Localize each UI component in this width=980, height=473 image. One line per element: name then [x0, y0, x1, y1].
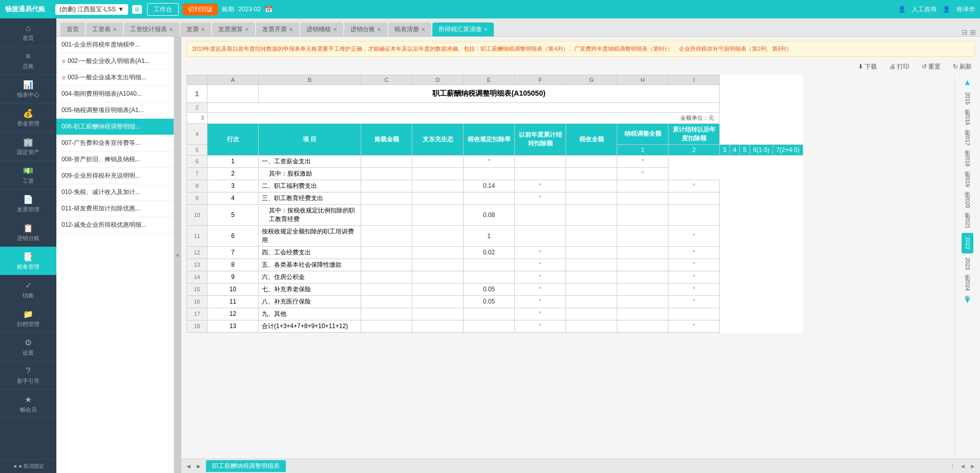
row-7-c2[interactable]	[412, 167, 464, 180]
sidebar-item-report[interactable]: 📊 报表中心	[0, 75, 56, 103]
year-down-btn[interactable]: ▼	[963, 295, 973, 306]
year-2024[interactable]: 2024年	[962, 274, 973, 295]
row-14-c1[interactable]	[361, 271, 412, 283]
row-15-c6[interactable]	[617, 283, 669, 295]
row-9-c2[interactable]	[412, 192, 464, 204]
year-2020[interactable]: 2020年	[962, 191, 973, 212]
tab-invoice-calc[interactable]: 发票测算 ✕	[212, 23, 255, 36]
tab-tax-clear[interactable]: 税表清册 ✕	[388, 23, 431, 36]
tab-income-tax-close[interactable]: ✕	[484, 27, 488, 32]
left-item-006[interactable]: 006-职工薪酬纳税调整明细...	[56, 119, 174, 135]
sidebar-item-invoice[interactable]: 📄 发票管理	[0, 189, 56, 218]
refresh-button[interactable]: ↻ 刷新	[950, 61, 975, 73]
left-item-003[interactable]: ⊘ 003-一般企业成本支出明细...	[56, 70, 174, 86]
row-13-c6[interactable]	[617, 259, 669, 271]
row-12-c1[interactable]	[361, 246, 412, 259]
left-item-010[interactable]: 010-免税、减计收入及加计...	[56, 184, 174, 201]
row-9-c6[interactable]	[617, 192, 669, 204]
sheet-scroll-right[interactable]: ►	[970, 463, 976, 470]
row-18-c2[interactable]	[412, 320, 464, 332]
download-button[interactable]: ⬇ 下载	[855, 61, 880, 73]
row-18-c1[interactable]	[361, 320, 412, 332]
row-9-c1[interactable]	[361, 192, 412, 204]
row-18-c3[interactable]	[464, 320, 515, 332]
row-6-c5[interactable]	[566, 155, 617, 167]
tab-invoice-close[interactable]: ✕	[201, 27, 205, 32]
row-14-c5[interactable]	[566, 271, 617, 283]
tab-salary-report-close[interactable]: ✕	[169, 27, 173, 32]
row-10-c6[interactable]	[617, 204, 669, 225]
left-item-009[interactable]: 009-企业所得税补充说明明...	[56, 168, 174, 184]
sidebar-item-sales[interactable]: 📋 进销台账	[0, 218, 56, 247]
row-17-c3[interactable]	[464, 308, 515, 320]
tab-minimize-icon[interactable]: ⊟	[962, 28, 968, 36]
workspace-button[interactable]: 工作台	[147, 3, 179, 16]
year-2017[interactable]: 2017年	[962, 129, 973, 149]
year-2019[interactable]: 2019年	[962, 170, 973, 191]
row-10-c1[interactable]	[361, 204, 412, 225]
sidebar-item-tax[interactable]: 📑 税务管理	[0, 247, 56, 275]
left-item-008[interactable]: 008-资产折旧、摊销及纳税...	[56, 152, 174, 168]
row-17-c1[interactable]	[361, 308, 412, 320]
sheet-nav-left[interactable]: ◄	[185, 463, 192, 470]
row-8-c2[interactable]	[412, 180, 464, 192]
row-16-c5[interactable]	[566, 295, 617, 308]
left-item-011[interactable]: 011-研发费用加计扣除优惠...	[56, 201, 174, 217]
row-7-c1[interactable]	[361, 167, 412, 180]
sidebar-item-guide[interactable]: ? 新手引导	[0, 361, 56, 390]
reset-button[interactable]: ↺ 重置	[919, 61, 944, 73]
row-8-c5[interactable]	[566, 180, 617, 192]
row-11-c5[interactable]	[566, 225, 617, 246]
sheet-tab-active[interactable]: 职工薪酬纳税调整明细表	[206, 460, 286, 472]
user-label[interactable]: 徐泽华	[956, 5, 975, 14]
tab-check[interactable]: 进销稽核 ✕	[300, 23, 343, 36]
row-10-c4[interactable]	[515, 204, 566, 225]
row-7-c3[interactable]	[464, 167, 515, 180]
row-11-c2[interactable]	[412, 225, 464, 246]
row-11-c4[interactable]	[515, 225, 566, 246]
row-9-c5[interactable]	[566, 192, 617, 204]
tab-maximize-icon[interactable]: ⊞	[970, 28, 976, 36]
row-10-c5[interactable]	[566, 204, 617, 225]
tab-invoice-calc-close[interactable]: ✕	[245, 27, 249, 32]
row-11-c6[interactable]	[617, 225, 669, 246]
tab-salary[interactable]: 工资表 ✕	[86, 23, 123, 36]
row-10-c2[interactable]	[412, 204, 464, 225]
sheet-nav-right[interactable]: ►	[196, 463, 202, 470]
row-13-c5[interactable]	[566, 259, 617, 271]
row-12-c6[interactable]	[617, 246, 669, 259]
row-11-c1[interactable]	[361, 225, 412, 246]
left-item-012[interactable]: 012-减免企业所得税优惠明细...	[56, 217, 174, 233]
sidebar-item-settings[interactable]: ⚙ 设置	[0, 333, 56, 361]
row-13-c2[interactable]	[412, 259, 464, 271]
row-13-c1[interactable]	[361, 259, 412, 271]
row-17-c2[interactable]	[412, 308, 464, 320]
row-12-c5[interactable]	[566, 246, 617, 259]
row-9-c7[interactable]	[669, 192, 720, 204]
row-8-c1[interactable]	[361, 180, 412, 192]
row-15-c5[interactable]	[566, 283, 617, 295]
row-16-c1[interactable]	[361, 295, 412, 308]
sidebar-item-member[interactable]: ★ 畅会员	[0, 390, 56, 418]
row-16-c2[interactable]	[412, 295, 464, 308]
sidebar-item-close[interactable]: ✓ 结账	[0, 275, 56, 304]
row-17-c5[interactable]	[566, 308, 617, 320]
tab-salary-close[interactable]: ✕	[113, 27, 117, 32]
sheet-options-icon[interactable]: ⋮	[949, 463, 955, 470]
row-14-c2[interactable]	[412, 271, 464, 283]
sidebar-bottom-btn[interactable]: ◄◄ 取消固定	[0, 459, 56, 473]
row-6-c4[interactable]	[515, 155, 566, 167]
left-item-004[interactable]: 004-期间费用明细表(A1040...	[56, 86, 174, 102]
row-10-c7[interactable]	[669, 204, 720, 225]
row-15-c2[interactable]	[412, 283, 464, 295]
sidebar-item-funds[interactable]: 💰 资金管理	[0, 103, 56, 132]
tab-invoice-open-close[interactable]: ✕	[289, 27, 293, 32]
tab-salary-report[interactable]: 工资统计报表 ✕	[124, 23, 179, 36]
sidebar-item-assets[interactable]: 🏢 固定资产	[0, 132, 56, 161]
row-9-c3[interactable]	[464, 192, 515, 204]
row-17-c7[interactable]	[669, 308, 720, 320]
year-2021[interactable]: 2021年	[962, 212, 973, 232]
tab-invoice-open[interactable]: 发票开票 ✕	[256, 23, 299, 36]
left-item-005[interactable]: 005-纳税调整项目明细表(A1...	[56, 102, 174, 119]
year-2018[interactable]: 2018年	[962, 150, 973, 170]
